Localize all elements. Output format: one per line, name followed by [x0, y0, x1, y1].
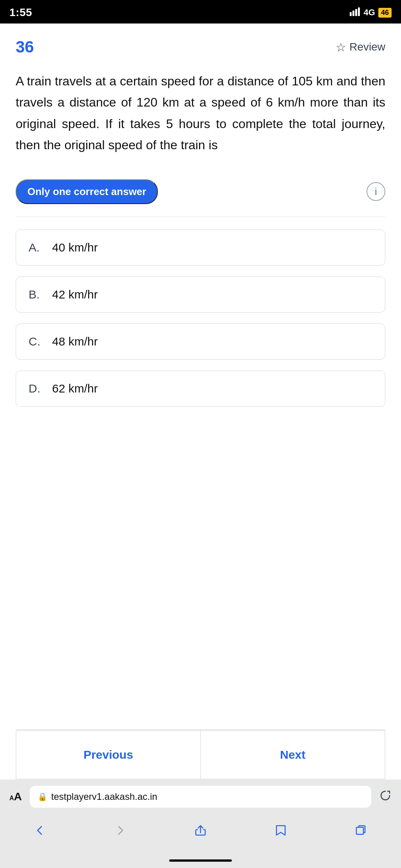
info-symbol: i	[375, 186, 377, 198]
review-button[interactable]: ☆ Review	[336, 40, 385, 54]
browser-bar: AA 🔒 testplayerv1.aakash.ac.in	[0, 779, 401, 814]
font-small-label: A	[9, 795, 14, 801]
option-a-label: A.	[29, 241, 44, 254]
status-bar: 1:55 4G 46	[0, 0, 401, 24]
answer-type-row: Only one correct answer i	[16, 179, 385, 204]
svg-rect-2	[355, 9, 357, 16]
svg-rect-4	[356, 827, 363, 834]
question-number: 36	[16, 38, 34, 56]
content-area: 36 ☆ Review A train travels at a certain…	[0, 24, 401, 779]
option-a[interactable]: A. 40 km/hr	[16, 230, 385, 266]
status-time: 1:55	[9, 6, 32, 19]
option-b-label: B.	[29, 288, 44, 301]
home-bar	[169, 859, 232, 862]
info-icon[interactable]: i	[367, 182, 385, 201]
share-button[interactable]	[186, 820, 215, 844]
bookmarks-button[interactable]	[267, 820, 295, 844]
option-a-text: 40 km/hr	[52, 241, 98, 254]
option-d-text: 62 km/hr	[52, 382, 98, 395]
back-button[interactable]	[26, 820, 54, 844]
reload-button[interactable]	[379, 789, 392, 805]
url-text: testplayerv1.aakash.ac.in	[51, 791, 157, 802]
divider	[16, 217, 385, 217]
star-icon: ☆	[336, 40, 346, 54]
status-icons: 4G 46	[350, 7, 392, 18]
next-button[interactable]: Next	[200, 730, 385, 779]
battery-badge: 46	[378, 8, 392, 18]
font-big-label: A	[14, 790, 22, 803]
answer-type-badge[interactable]: Only one correct answer	[16, 179, 158, 204]
font-size-control[interactable]: AA	[9, 790, 22, 803]
svg-rect-0	[350, 12, 352, 16]
previous-button[interactable]: Previous	[16, 730, 200, 779]
svg-rect-3	[358, 7, 360, 16]
header-row: 36 ☆ Review	[16, 38, 385, 56]
url-bar[interactable]: 🔒 testplayerv1.aakash.ac.in	[30, 786, 371, 808]
nav-row: Previous Next	[16, 729, 385, 779]
signal-icon	[350, 7, 361, 18]
forward-button[interactable]	[106, 820, 134, 844]
option-c[interactable]: C. 48 km/hr	[16, 324, 385, 360]
question-text: A train travels at a certain speed for a…	[16, 71, 385, 156]
network-label: 4G	[364, 7, 375, 18]
option-c-label: C.	[29, 335, 44, 348]
option-c-text: 48 km/hr	[52, 335, 98, 348]
home-indicator	[0, 855, 401, 868]
option-d-label: D.	[29, 382, 44, 395]
bottom-nav	[0, 814, 401, 855]
review-label: Review	[349, 41, 385, 53]
option-d[interactable]: D. 62 km/hr	[16, 371, 385, 407]
option-b-text: 42 km/hr	[52, 288, 98, 301]
tabs-button[interactable]	[347, 820, 375, 844]
option-b[interactable]: B. 42 km/hr	[16, 277, 385, 313]
options-list: A. 40 km/hr B. 42 km/hr C. 48 km/hr D. 6…	[16, 230, 385, 714]
lock-icon: 🔒	[38, 792, 47, 801]
svg-rect-1	[352, 11, 354, 16]
